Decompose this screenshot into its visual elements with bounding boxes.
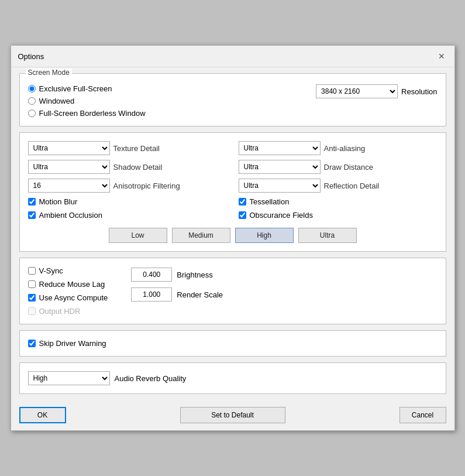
reduce-mouse-lag-cell: Reduce Mouse Lag xyxy=(28,280,108,289)
motion-blur-label: Motion Blur xyxy=(39,197,78,206)
title-bar: Options ✕ xyxy=(11,46,454,67)
cancel-button[interactable]: Cancel xyxy=(399,407,446,423)
ambient-occlusion-label: Ambient Occlusion xyxy=(39,211,102,220)
graphics-row-1: LowMediumHighUltra Texture Detail LowMed… xyxy=(28,141,438,155)
reduce-mouse-lag-label: Reduce Mouse Lag xyxy=(39,280,105,289)
screen-mode-content: Exclusive Full-Screen Windowed Full-Scre… xyxy=(28,82,438,118)
advanced-left: V-Sync Reduce Mouse Lag Use Async Comput… xyxy=(28,266,108,316)
resolution-section: 3840 x 2160 2560 x 1440 1920 x 1080 1280… xyxy=(316,84,437,98)
dialog-title: Options xyxy=(18,52,44,61)
vsync-checkbox[interactable] xyxy=(28,267,36,275)
borderless-label: Full-Screen Borderless Window xyxy=(39,109,146,118)
anisotropic-select[interactable]: Off24816 xyxy=(28,179,110,193)
obscurance-fields-checkbox[interactable] xyxy=(239,211,246,219)
motion-blur-checkbox[interactable] xyxy=(28,198,36,206)
render-scale-row: 1.000 Render Scale xyxy=(131,287,223,302)
use-async-label: Use Async Compute xyxy=(39,293,108,302)
resolution-label: Resolution xyxy=(401,87,437,96)
shadow-detail-label: Shadow Detail xyxy=(113,163,163,172)
windowed-row: Windowed xyxy=(28,97,146,105)
obscurance-fields-label: Obscurance Fields xyxy=(250,211,313,220)
vsync-cell: V-Sync xyxy=(28,266,108,275)
preset-ultra-button[interactable]: Ultra xyxy=(298,228,357,243)
render-scale-input[interactable]: 1.000 xyxy=(131,287,172,302)
ambient-occlusion-checkbox[interactable] xyxy=(28,211,36,219)
obscurance-fields-cell: Obscurance Fields xyxy=(239,211,438,220)
graphics-row-3: Off24816 Anisotropic Filtering LowMedium… xyxy=(28,179,438,193)
dialog-body: Screen Mode Exclusive Full-Screen Window… xyxy=(11,67,454,402)
advanced-group: V-Sync Reduce Mouse Lag Use Async Comput… xyxy=(19,258,446,324)
set-default-button[interactable]: Set to Default xyxy=(180,407,285,423)
audio-row: LowMediumHighUltra Audio Reverb Quality xyxy=(28,369,438,385)
vsync-label: V-Sync xyxy=(39,266,63,275)
tessellation-checkbox[interactable] xyxy=(239,198,246,206)
borderless-row: Full-Screen Borderless Window xyxy=(28,109,146,118)
skip-driver-group: Skip Driver Warning xyxy=(19,330,446,357)
antialiasing-cell: LowMediumHighUltra Anti-aliasing xyxy=(239,141,438,155)
preset-low-button[interactable]: Low xyxy=(109,228,167,243)
options-dialog: Options ✕ Screen Mode Exclusive Full-Scr… xyxy=(11,45,455,431)
screen-mode-group: Screen Mode Exclusive Full-Screen Window… xyxy=(19,73,446,126)
anisotropic-cell: Off24816 Anisotropic Filtering xyxy=(28,179,227,193)
use-async-checkbox[interactable] xyxy=(28,294,36,302)
advanced-content: V-Sync Reduce Mouse Lag Use Async Comput… xyxy=(28,264,438,316)
shadow-detail-select[interactable]: LowMediumHighUltra xyxy=(28,160,110,174)
ambient-occlusion-cell: Ambient Occlusion xyxy=(28,211,227,220)
exclusive-fullscreen-row: Exclusive Full-Screen xyxy=(28,84,146,93)
close-button[interactable]: ✕ xyxy=(436,50,447,62)
resolution-select[interactable]: 3840 x 2160 2560 x 1440 1920 x 1080 1280… xyxy=(316,84,398,98)
draw-distance-cell: LowMediumHighUltra Draw Distance xyxy=(239,160,438,174)
reflection-label: Reflection Detail xyxy=(324,182,380,190)
skip-driver-row: Skip Driver Warning xyxy=(28,337,438,348)
draw-distance-label: Draw Distance xyxy=(324,163,374,172)
brightness-row: 0.400 Brightness xyxy=(131,268,223,282)
render-scale-label: Render Scale xyxy=(177,290,223,299)
motion-blur-cell: Motion Blur xyxy=(28,197,227,206)
output-hdr-checkbox[interactable] xyxy=(28,307,36,315)
screen-mode-label: Screen Mode xyxy=(26,69,72,77)
graphics-row-2: LowMediumHighUltra Shadow Detail LowMedi… xyxy=(28,160,438,174)
reflection-select[interactable]: LowMediumHighUltra xyxy=(239,179,321,193)
tessellation-label: Tessellation xyxy=(250,197,290,206)
brightness-input[interactable]: 0.400 xyxy=(131,268,172,282)
tessellation-cell: Tessellation xyxy=(239,197,438,206)
brightness-label: Brightness xyxy=(177,270,212,279)
exclusive-fullscreen-radio[interactable] xyxy=(28,85,36,93)
checkbox-row-1: Motion Blur Tessellation xyxy=(28,197,438,206)
skip-driver-checkbox[interactable] xyxy=(28,340,36,347)
shadow-detail-cell: LowMediumHighUltra Shadow Detail xyxy=(28,160,227,174)
draw-distance-select[interactable]: LowMediumHighUltra xyxy=(239,160,321,174)
advanced-right: 0.400 Brightness 1.000 Render Scale xyxy=(131,268,223,316)
skip-driver-label: Skip Driver Warning xyxy=(39,339,106,348)
texture-detail-select[interactable]: LowMediumHighUltra xyxy=(28,141,110,155)
antialiasing-select[interactable]: LowMediumHighUltra xyxy=(239,141,321,155)
borderless-radio[interactable] xyxy=(28,109,36,117)
texture-detail-cell: LowMediumHighUltra Texture Detail xyxy=(28,141,227,155)
windowed-label: Windowed xyxy=(39,97,75,105)
graphics-grid: LowMediumHighUltra Texture Detail LowMed… xyxy=(28,139,438,243)
ok-button[interactable]: OK xyxy=(19,407,66,423)
audio-group: LowMediumHighUltra Audio Reverb Quality xyxy=(19,362,446,394)
exclusive-fullscreen-label: Exclusive Full-Screen xyxy=(39,84,112,93)
windowed-radio[interactable] xyxy=(28,97,36,105)
texture-detail-label: Texture Detail xyxy=(113,144,160,153)
output-hdr-label: Output HDR xyxy=(39,307,81,316)
output-hdr-cell: Output HDR xyxy=(28,307,108,316)
audio-reverb-label: Audio Reverb Quality xyxy=(115,374,187,383)
preset-row: Low Medium High Ultra xyxy=(28,228,438,243)
preset-high-button[interactable]: High xyxy=(235,228,294,243)
reflection-cell: LowMediumHighUltra Reflection Detail xyxy=(239,179,438,193)
graphics-group: LowMediumHighUltra Texture Detail LowMed… xyxy=(19,132,446,252)
preset-medium-button[interactable]: Medium xyxy=(172,228,230,243)
footer: OK Set to Default Cancel xyxy=(11,402,454,430)
checkbox-row-2: Ambient Occlusion Obscurance Fields xyxy=(28,211,438,220)
antialiasing-label: Anti-aliasing xyxy=(324,144,366,153)
use-async-cell: Use Async Compute xyxy=(28,293,108,302)
reduce-mouse-lag-checkbox[interactable] xyxy=(28,280,36,288)
anisotropic-label: Anisotropic Filtering xyxy=(113,182,180,190)
audio-reverb-select[interactable]: LowMediumHighUltra xyxy=(28,371,110,385)
